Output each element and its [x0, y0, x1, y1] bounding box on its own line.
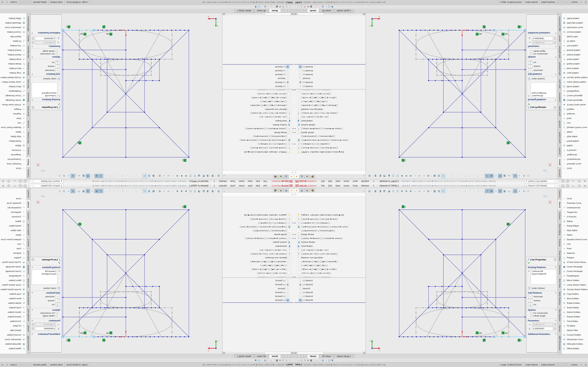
sketch-point[interactable] — [464, 307, 465, 308]
sketch-point[interactable] — [455, 75, 456, 76]
sketch-point[interactable] — [164, 336, 165, 337]
status-tool-icon-7[interactable]: ◍ — [322, 6, 324, 8]
sketch-point[interactable] — [109, 59, 110, 60]
tree-item-sketch5[interactable]: ◻(-) Sketch5 — [294, 291, 366, 294]
sketch-point[interactable] — [525, 209, 526, 210]
sketch-point[interactable] — [480, 112, 481, 113]
status-tool-icon-8[interactable]: ◔ — [325, 359, 327, 362]
restore-button[interactable]: ❒ — [7, 184, 11, 187]
sketch-point[interactable] — [128, 30, 129, 31]
tool-item-3-point-center-recta[interactable]: ◈3 Point Center Recta... — [0, 103, 26, 107]
sketch-point[interactable] — [525, 297, 526, 298]
tree-item[interactable]: ◨Surface Bodies — [222, 240, 294, 244]
sketch-point[interactable] — [62, 50, 63, 50]
sketch-point[interactable] — [399, 209, 400, 210]
close-button[interactable]: ✕ — [1, 184, 5, 187]
menu-item-tools[interactable]: Tools — [229, 179, 237, 183]
sketch-point[interactable] — [487, 336, 488, 337]
sketch-point[interactable] — [450, 59, 451, 60]
scroll-left-button[interactable]: ◀ — [291, 13, 294, 15]
tree-horizontal-scrollbar[interactable]: ◀ ▶ — [222, 352, 294, 354]
sketch-point[interactable] — [476, 336, 477, 337]
checkbox-for-construction[interactable] — [530, 312, 532, 314]
status-tool-icon-3[interactable]: ≡ — [307, 6, 309, 8]
relation-badge[interactable]: ╱3 — [66, 25, 70, 28]
sketch-point[interactable] — [459, 30, 460, 31]
status-tool-icon-3[interactable]: ≡ — [307, 359, 309, 362]
tree-item-sketch2[interactable]: ▦(-) Sketch2 — [222, 283, 294, 286]
tab-nav-3[interactable]: » — [281, 9, 284, 12]
pm-help-icon[interactable]: ? — [32, 258, 34, 261]
menu-item-window[interactable]: Window — [217, 179, 228, 183]
sketch-point[interactable] — [180, 30, 181, 31]
parameter-input-0[interactable]: 10.88152731 — [532, 41, 553, 44]
checkbox-infinite-length[interactable] — [56, 50, 58, 52]
tool-item-trim-entities[interactable]: ✂Trim Entities — [0, 43, 26, 48]
sketch-point[interactable] — [129, 59, 130, 60]
tool-item-ellipse[interactable]: ◎Ellipse — [0, 219, 26, 224]
expand-arrow-icon[interactable]: ▶ — [295, 90, 296, 91]
sketch-point[interactable] — [478, 59, 479, 60]
sketch-point[interactable] — [480, 30, 481, 31]
add-relations-header[interactable]: Add Relations∧ — [32, 73, 60, 75]
sketch-point[interactable] — [470, 59, 471, 60]
sketch-point[interactable] — [500, 59, 501, 60]
commandmanager-tab-data-migration[interactable]: Data Migration — [26, 44, 30, 60]
status-tool-icon-5[interactable]: ↕ — [273, 359, 275, 362]
sketch-point[interactable] — [508, 44, 509, 45]
status-tool-icon-3[interactable]: ≡ — [279, 359, 281, 362]
sketch-point[interactable] — [86, 307, 87, 308]
ok-check-icon[interactable]: ✔ — [30, 102, 61, 106]
sketch-point[interactable] — [130, 59, 131, 60]
sketch-point[interactable] — [87, 307, 88, 308]
additional-parameters-header[interactable]: Additional Parameters∨ — [528, 32, 556, 34]
commandmanager-tab-weldments[interactable]: Weldments — [558, 263, 562, 277]
tree-item[interactable]: ▶❏Design Binder — [222, 233, 294, 236]
commandmanager-tab-[interactable]: ⋮ — [558, 353, 562, 354]
sketch-point[interactable] — [423, 59, 424, 60]
commandmanager-tab-data-migration[interactable]: Data Migration — [558, 307, 562, 324]
relation-item-equal-length109[interactable]: Equal length109 — [532, 273, 555, 275]
scroll-left-button[interactable]: ◀ — [291, 352, 294, 354]
commandmanager-tab-surfaces[interactable]: Surfaces — [26, 210, 30, 222]
menu-item-view[interactable]: View — [246, 184, 254, 188]
sketch-point[interactable] — [416, 35, 416, 35]
sketch-point[interactable] — [495, 59, 496, 60]
sketch-point[interactable] — [485, 336, 486, 337]
sketch-point[interactable] — [451, 307, 452, 308]
tree-item-sketch4[interactable]: ◻(-) Sketch4 — [294, 69, 366, 73]
scroll-right-button[interactable]: ▶ — [222, 352, 225, 354]
status-tool-icon-6[interactable]: ∟ — [270, 6, 272, 8]
checkbox-for-construction[interactable] — [56, 53, 58, 55]
sketch-point[interactable] — [125, 157, 126, 158]
sketch-point[interactable] — [158, 30, 159, 31]
pin-menu-icon[interactable] — [213, 184, 216, 187]
sketch-point[interactable] — [445, 59, 446, 60]
sketch-point[interactable] — [495, 307, 496, 308]
tool-item-sketch-fillet[interactable]: ◟Sketch Fillet — [0, 328, 26, 333]
tree-item-sketch1[interactable]: ◻(-) Sketch1 — [222, 279, 294, 283]
relations-listbox[interactable]: Collinear108Equal length109 — [531, 269, 556, 285]
propertymanager-tab[interactable]: ▤ — [284, 175, 289, 179]
parameters-header[interactable]: Parameters∧ — [528, 319, 556, 322]
sketch-point[interactable] — [114, 307, 115, 308]
sketch-point[interactable] — [462, 317, 463, 317]
commandmanager-tab-surfaces[interactable]: Surfaces — [558, 210, 562, 222]
menu-item-edit[interactable]: Edit — [254, 179, 261, 183]
tree-item[interactable]: ▶❏◯ƨ53ЄИΝA∩∔◯∘◯∔∩AΝИЄ3ƨ5◯ — [294, 88, 366, 92]
sketch-point[interactable] — [487, 63, 488, 64]
sketch-point[interactable] — [468, 307, 469, 308]
tree-item[interactable]: ◔◯ƨ5♟◎ƨ5ИΝЄƨ5◯∘◯5ƨЄΝИ5ƨ◎♟5ƨ◯ — [222, 134, 294, 138]
sketch-point[interactable] — [137, 336, 138, 337]
sketch-point[interactable] — [125, 272, 126, 274]
options-header[interactable]: Options∧ — [32, 309, 60, 311]
sketch-point[interactable] — [129, 336, 130, 337]
sketch-point[interactable] — [125, 297, 126, 298]
relation-badge[interactable]: ╱3 — [77, 142, 81, 144]
commandmanager-tab-mbd-dimensions[interactable]: MBD Dimensions — [558, 14, 562, 33]
status-tool-icon-9[interactable]: ❏ — [258, 359, 260, 362]
status-tool-icon-5[interactable]: ↕ — [273, 6, 275, 8]
menu-item-view[interactable]: View — [334, 184, 342, 188]
tree-item[interactable]: ▶A◯ƨ5ИΝ◎∘✚A✚◎ИΝA◯∘◯AΝИ◎✚A✚∘◎ΝИ5ƨ◯ — [294, 127, 366, 131]
status-tool-icon-4[interactable]: ▦ — [276, 359, 278, 362]
